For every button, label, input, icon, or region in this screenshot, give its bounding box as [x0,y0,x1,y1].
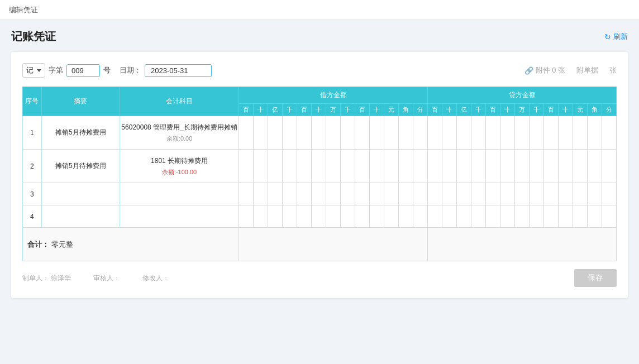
row-1-c11[interactable] [587,116,602,150]
row-4-d10[interactable] [384,205,399,228]
row-3-account[interactable] [120,183,239,205]
row-1-d8[interactable] [355,116,370,150]
row-1-d11[interactable] [399,116,413,150]
row-2-c11[interactable] [587,150,602,183]
row-4-c1[interactable] [442,205,457,228]
row-3-c0[interactable] [428,183,442,205]
row-3-c11[interactable] [587,183,602,205]
row-4-c8[interactable] [543,205,558,228]
row-4-c6[interactable] [514,205,529,228]
row-1-d0[interactable] [239,116,254,150]
row-1-d1[interactable] [254,116,268,150]
row-4-d1[interactable] [254,205,268,228]
row-1-c8[interactable] [543,116,558,150]
type-select[interactable]: 记 [22,63,45,78]
row-1-c1[interactable] [442,116,457,150]
row-2-c2[interactable] [457,150,471,183]
row-1-c3[interactable] [471,116,485,150]
row-2-c4[interactable] [485,150,500,183]
row-2-c1[interactable] [442,150,457,183]
row-3-d3[interactable] [283,183,297,205]
row-1-d2[interactable] [268,116,283,150]
row-3-c6[interactable] [514,183,529,205]
row-1-c6[interactable] [514,116,529,150]
row-1-c2[interactable] [457,116,471,150]
row-2-c0[interactable] [428,150,442,183]
row-1-summary[interactable]: 摊销5月待摊费用 [41,116,120,150]
row-2-c5[interactable] [500,150,514,183]
row-1-c5[interactable] [500,116,514,150]
row-1-c10[interactable] [573,116,587,150]
row-1-d3[interactable] [283,116,297,150]
row-3-d6[interactable] [326,183,341,205]
row-1-c7[interactable] [529,116,543,150]
row-4-d11[interactable] [399,205,413,228]
row-1-d6[interactable] [326,116,341,150]
row-4-d6[interactable] [326,205,341,228]
row-4-d7[interactable] [341,205,355,228]
row-2-account[interactable]: 1801 长期待摊费用 余额:-100.00 [120,150,239,183]
row-4-d0[interactable] [239,205,254,228]
row-1-c9[interactable] [558,116,573,150]
row-1-c0[interactable] [428,116,442,150]
row-3-c3[interactable] [471,183,485,205]
refresh-button[interactable]: ↻ 刷新 [604,32,628,42]
row-2-c12[interactable] [602,150,616,183]
row-2-c7[interactable] [529,150,543,183]
row-3-c1[interactable] [442,183,457,205]
row-3-c4[interactable] [485,183,500,205]
row-3-d7[interactable] [341,183,355,205]
row-1-d9[interactable] [370,116,384,150]
row-4-c9[interactable] [558,205,573,228]
row-2-d5[interactable] [312,150,326,183]
row-4-c5[interactable] [500,205,514,228]
row-4-c7[interactable] [529,205,543,228]
row-2-d9[interactable] [370,150,384,183]
row-3-c10[interactable] [573,183,587,205]
row-3-c5[interactable] [500,183,514,205]
row-4-account[interactable] [120,205,239,228]
row-2-d4[interactable] [297,150,312,183]
row-1-d7[interactable] [341,116,355,150]
row-4-d5[interactable] [312,205,326,228]
row-1-d5[interactable] [312,116,326,150]
row-4-d8[interactable] [355,205,370,228]
row-4-d9[interactable] [370,205,384,228]
row-3-d8[interactable] [355,183,370,205]
row-4-summary[interactable] [41,205,120,228]
row-3-d0[interactable] [239,183,254,205]
row-2-d6[interactable] [326,150,341,183]
row-3-c9[interactable] [558,183,573,205]
row-2-summary[interactable]: 摊销5月待摊费用 [41,150,120,183]
row-4-c10[interactable] [573,205,587,228]
row-1-d4[interactable] [297,116,312,150]
row-2-c10[interactable] [573,150,587,183]
save-button[interactable]: 保存 [574,269,617,287]
row-4-c2[interactable] [457,205,471,228]
row-3-d1[interactable] [254,183,268,205]
number-input[interactable] [66,64,100,77]
row-2-d8[interactable] [355,150,370,183]
row-2-c6[interactable] [514,150,529,183]
row-3-d10[interactable] [384,183,399,205]
row-4-d3[interactable] [283,205,297,228]
row-2-d0[interactable] [239,150,254,183]
row-3-d9[interactable] [370,183,384,205]
row-4-d12[interactable] [413,205,428,228]
row-4-c3[interactable] [471,205,485,228]
row-2-d10[interactable] [384,150,399,183]
row-4-c4[interactable] [485,205,500,228]
row-3-c12[interactable] [602,183,616,205]
row-4-c12[interactable] [602,205,616,228]
row-3-d12[interactable] [413,183,428,205]
row-2-d7[interactable] [341,150,355,183]
row-2-c9[interactable] [558,150,573,183]
row-2-d1[interactable] [254,150,268,183]
row-1-c4[interactable] [485,116,500,150]
row-2-d11[interactable] [399,150,413,183]
row-4-c0[interactable] [428,205,442,228]
row-4-c11[interactable] [587,205,602,228]
row-2-c3[interactable] [471,150,485,183]
row-1-d12[interactable] [413,116,428,150]
row-2-c8[interactable] [543,150,558,183]
